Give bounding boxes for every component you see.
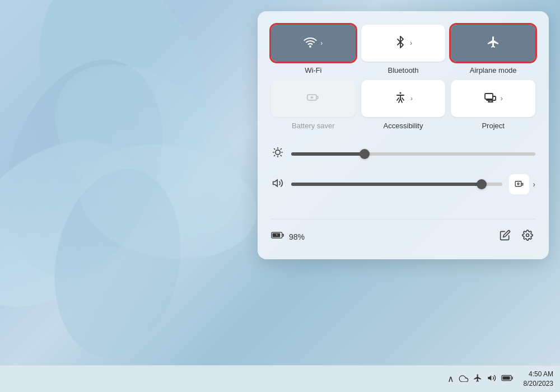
sliders-section: ›	[271, 141, 535, 219]
project-icon	[484, 91, 497, 106]
svg-line-7	[274, 149, 275, 150]
svg-point-15	[517, 183, 519, 185]
quick-settings-panel: › Wi-Fi › Bluetoo	[258, 11, 549, 259]
project-chevron: ›	[501, 95, 503, 102]
svg-marker-13	[273, 180, 278, 186]
svg-rect-14	[516, 181, 522, 186]
volume-icon	[271, 178, 284, 192]
edit-quick-settings-button[interactable]	[497, 227, 513, 246]
bluetooth-chevron: ›	[410, 39, 412, 47]
svg-point-18	[526, 234, 529, 237]
battery-saver-toggle-button[interactable]	[271, 80, 356, 117]
accessibility-toggle-item: › Accessibility	[361, 80, 446, 130]
desktop: › Wi-Fi › Bluetoo	[0, 0, 560, 392]
speaker-device-button[interactable]	[509, 174, 529, 194]
tray-volume-icon[interactable]	[487, 374, 497, 385]
project-toggle-item: › Project	[451, 80, 535, 130]
airplane-mode-toggle-button[interactable]	[451, 25, 535, 62]
wifi-icon	[304, 35, 317, 51]
toggles-grid: › Wi-Fi › Bluetoo	[271, 25, 535, 130]
svg-point-4	[276, 150, 280, 155]
svg-point-2	[399, 92, 401, 94]
project-label: Project	[482, 122, 504, 130]
speaker-chevron: ›	[533, 180, 535, 189]
tray-overflow-icon[interactable]: ∧	[447, 374, 454, 384]
battery-saver-icon	[306, 91, 320, 106]
accessibility-toggle-button[interactable]: ›	[361, 80, 446, 117]
tray-cloud-icon[interactable]	[459, 374, 469, 384]
accessibility-chevron: ›	[410, 95, 413, 102]
wifi-toggle-button[interactable]: ›	[271, 25, 356, 62]
airplane-mode-label: Airplane mode	[470, 66, 517, 74]
brightness-icon	[271, 147, 284, 161]
bluetooth-toggle-item: › Bluetooth	[361, 25, 446, 74]
brightness-slider-row	[271, 147, 535, 161]
tray-battery-icon[interactable]	[501, 374, 514, 384]
wifi-label: Wi-Fi	[305, 66, 321, 74]
bluetooth-toggle-button[interactable]: ›	[361, 25, 446, 62]
svg-point-0	[310, 46, 311, 47]
battery-info: 98%	[271, 230, 305, 243]
volume-right-controls: ›	[509, 174, 535, 194]
wifi-chevron: ›	[320, 39, 323, 47]
brightness-slider-track[interactable]	[291, 152, 535, 156]
battery-saver-label: Battery saver	[292, 122, 335, 130]
volume-slider-row: ›	[271, 174, 535, 194]
svg-rect-3	[485, 94, 493, 99]
svg-marker-19	[488, 375, 491, 380]
quick-settings-footer: 98%	[271, 219, 535, 246]
volume-slider-track[interactable]	[291, 183, 502, 186]
taskbar: ∧	[0, 365, 560, 392]
svg-line-8	[281, 155, 281, 156]
project-toggle-button[interactable]: ›	[451, 80, 535, 117]
wifi-toggle-item: › Wi-Fi	[271, 25, 356, 74]
battery-percentage: 98%	[289, 232, 305, 241]
accessibility-icon	[394, 91, 407, 106]
tray-airplane-icon[interactable]	[473, 374, 482, 385]
accessibility-label: Accessibility	[384, 122, 423, 130]
svg-line-11	[274, 155, 275, 156]
taskbar-date: 8/20/2023	[524, 379, 553, 389]
settings-button[interactable]	[520, 227, 535, 246]
bluetooth-icon	[394, 36, 407, 50]
battery-footer-icon	[271, 230, 284, 243]
svg-rect-17	[273, 234, 281, 237]
airplane-icon	[487, 35, 500, 51]
footer-actions	[497, 227, 535, 246]
svg-line-12	[281, 149, 281, 150]
svg-rect-21	[502, 376, 510, 379]
battery-saver-toggle-item: Battery saver	[271, 80, 356, 130]
airplane-mode-toggle-item: Airplane mode	[451, 25, 535, 74]
taskbar-tray-icons: ∧	[447, 374, 514, 385]
taskbar-time: 4:50 AM	[529, 370, 553, 379]
bluetooth-label: Bluetooth	[388, 66, 419, 74]
desktop-wallpaper	[0, 0, 258, 370]
taskbar-clock[interactable]: 4:50 AM 8/20/2023	[524, 370, 553, 389]
